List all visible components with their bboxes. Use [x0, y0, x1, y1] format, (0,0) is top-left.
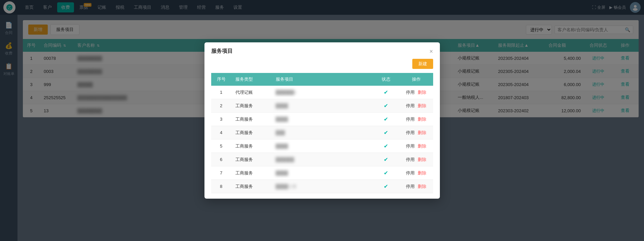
modal-cell-item: ████: [272, 139, 373, 153]
modal-cell-seq: 5: [211, 139, 231, 153]
stop-button[interactable]: 停用: [406, 103, 415, 108]
status-check-icon: ✔: [384, 116, 388, 122]
stop-button[interactable]: 停用: [406, 170, 415, 175]
modal-cell-status: ✔: [373, 126, 400, 139]
modal-cell-type: 工商服务: [231, 113, 272, 126]
modal-table-row: 3 工商服务 ████ ✔ 停用 删除: [211, 113, 433, 126]
modal-cell-action: 停用 删除: [400, 99, 433, 113]
status-check-icon: ✔: [384, 89, 388, 95]
modal-cell-action: 停用 删除: [400, 86, 433, 99]
modal-toolbar: 新建: [204, 55, 440, 73]
modal-title: 服务项目: [211, 48, 233, 55]
modal-cell-status: ✔: [373, 139, 400, 153]
modal-cell-item: ████: [272, 113, 373, 126]
modal-table-row: 8 工商服务 ████注册 ✔ 停用 删除: [211, 180, 433, 193]
modal-cell-type: 工商服务: [231, 153, 272, 166]
modal-cell-item: ██████: [272, 153, 373, 166]
modal-cell-action: 停用 删除: [400, 166, 433, 180]
modal-cell-seq: 3: [211, 113, 231, 126]
delete-button[interactable]: 删除: [418, 184, 426, 189]
status-check-icon: ✔: [384, 157, 388, 162]
modal-cell-item: ███: [272, 126, 373, 139]
stop-button[interactable]: 停用: [406, 144, 415, 149]
modal-cell-item: ██████1: [272, 86, 373, 99]
status-check-icon: ✔: [384, 143, 388, 149]
modal-cell-action: 停用 删除: [400, 113, 433, 126]
delete-button[interactable]: 删除: [418, 117, 426, 122]
modal-cell-item: ████: [272, 99, 373, 113]
modal-th-item: 服务项目: [272, 73, 373, 86]
service-item-modal: 服务项目 × 新建 序号 服务类型 服务项目 状态 操作 1: [204, 42, 440, 199]
stop-button[interactable]: 停用: [406, 90, 415, 95]
modal-table-row: 7 工商服务 ████ ✔ 停用 删除: [211, 166, 433, 180]
modal-close-button[interactable]: ×: [429, 48, 433, 54]
modal-table-row: 5 工商服务 ████ ✔ 停用 删除: [211, 139, 433, 153]
modal-cell-type: 代理记账: [231, 86, 272, 99]
modal-cell-seq: 7: [211, 166, 231, 180]
modal-cell-status: ✔: [373, 86, 400, 99]
modal-table-row: 2 工商服务 ████ ✔ 停用 删除: [211, 99, 433, 113]
modal-header-row: 序号 服务类型 服务项目 状态 操作: [211, 73, 433, 86]
status-check-icon: ✔: [384, 170, 388, 176]
modal-cell-action: 停用 删除: [400, 139, 433, 153]
modal-new-button[interactable]: 新建: [412, 59, 433, 69]
delete-button[interactable]: 删除: [418, 130, 426, 135]
modal-cell-status: ✔: [373, 153, 400, 166]
modal-cell-status: ✔: [373, 99, 400, 113]
delete-button[interactable]: 删除: [418, 157, 426, 162]
status-check-icon: ✔: [384, 130, 388, 135]
modal-service-table: 序号 服务类型 服务项目 状态 操作 1 代理记账 ██████1 ✔ 停用 删…: [211, 73, 433, 193]
modal-cell-seq: 1: [211, 86, 231, 99]
modal-cell-seq: 2: [211, 99, 231, 113]
modal-cell-type: 工商服务: [231, 99, 272, 113]
modal-overlay[interactable]: 服务项目 × 新建 序号 服务类型 服务项目 状态 操作 1: [0, 0, 644, 241]
modal-table-row: 1 代理记账 ██████1 ✔ 停用 删除: [211, 86, 433, 99]
delete-button[interactable]: 删除: [418, 103, 426, 108]
delete-button[interactable]: 删除: [418, 90, 426, 95]
modal-th-status: 状态: [373, 73, 400, 86]
modal-cell-seq: 8: [211, 180, 231, 193]
modal-th-seq: 序号: [211, 73, 231, 86]
stop-button[interactable]: 停用: [406, 184, 415, 189]
modal-cell-status: ✔: [373, 166, 400, 180]
modal-cell-action: 停用 删除: [400, 153, 433, 166]
modal-cell-status: ✔: [373, 113, 400, 126]
delete-button[interactable]: 删除: [418, 144, 426, 149]
modal-cell-seq: 6: [211, 153, 231, 166]
modal-cell-action: 停用 删除: [400, 180, 433, 193]
modal-cell-status: ✔: [373, 180, 400, 193]
status-check-icon: ✔: [384, 184, 388, 189]
modal-cell-item: ████注册: [272, 180, 373, 193]
modal-header: 服务项目 ×: [204, 42, 440, 55]
modal-th-type: 服务类型: [231, 73, 272, 86]
modal-cell-type: 工商服务: [231, 139, 272, 153]
stop-button[interactable]: 停用: [406, 157, 415, 162]
stop-button[interactable]: 停用: [406, 130, 415, 135]
delete-button[interactable]: 删除: [418, 170, 426, 175]
modal-cell-seq: 4: [211, 126, 231, 139]
modal-cell-type: 工商服务: [231, 166, 272, 180]
modal-body: 序号 服务类型 服务项目 状态 操作 1 代理记账 ██████1 ✔ 停用 删…: [204, 73, 440, 199]
modal-cell-type: 工商服务: [231, 126, 272, 139]
modal-cell-action: 停用 删除: [400, 126, 433, 139]
modal-cell-type: 工商服务: [231, 180, 272, 193]
modal-table-row: 4 工商服务 ███ ✔ 停用 删除: [211, 126, 433, 139]
status-check-icon: ✔: [384, 103, 388, 109]
modal-table-row: 6 工商服务 ██████ ✔ 停用 删除: [211, 153, 433, 166]
modal-cell-item: ████: [272, 166, 373, 180]
stop-button[interactable]: 停用: [406, 117, 415, 122]
modal-th-action: 操作: [400, 73, 433, 86]
